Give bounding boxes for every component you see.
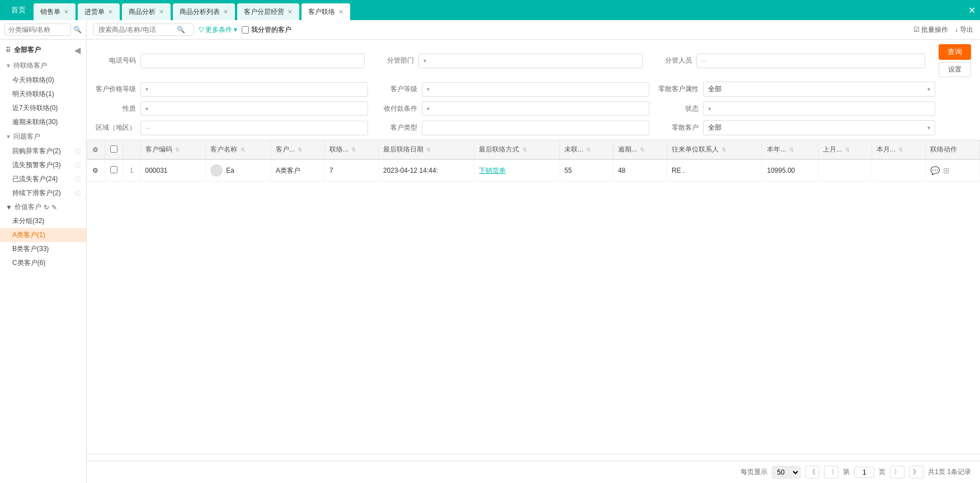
type-column-header[interactable]: 客户... ⇅ [271,140,325,159]
status-select[interactable]: ▾ [703,101,935,116]
sidebar-problem-item[interactable]: 已流失客户(24)ⓘ [0,172,86,186]
row-checkbox-cell[interactable] [105,159,123,182]
toolbar: 🔍 ▽ 更多条件 ▾ 我分管的客户 ☑ 批量操作 ↓ 导出 [87,20,980,40]
tab-客户联络[interactable]: 客户联络✕ [301,3,350,20]
chat-icon[interactable]: 💬 [930,166,940,175]
problem-item-label: 持续下滑客户(2) [12,188,61,198]
sidebar-content: ⠿ 全部客户 ◀ ▼ 待联络客户 今天待联络(0)明天待联络(1)近7天待联络(… [0,40,86,483]
tab-商品分析[interactable]: 商品分析✕ [122,3,171,20]
last-month-column-header[interactable]: 上月... ⇅ [818,140,872,159]
batch-op-button[interactable]: ☑ 批量操作 [913,25,948,35]
horizontal-scrollbar[interactable] [87,454,980,461]
sidebar-problem-item[interactable]: 流失预警客户(3)ⓘ [0,158,86,172]
tab-close-icon[interactable]: ✕ [288,8,293,16]
tab-close-icon[interactable]: ✕ [223,8,228,16]
sidebar-problem-item[interactable]: 持续下滑客户(2)ⓘ [0,186,86,200]
customer-level-select[interactable]: ▾ [422,82,649,97]
manager-input[interactable]: ··· [696,54,925,68]
collapse-icon[interactable]: ◀ [74,46,81,55]
last-page-button[interactable]: 》 [909,466,924,479]
unit-contact-column-header[interactable]: 往来单位联系人 ⇅ [667,140,762,159]
row-this-month [872,159,926,182]
toolbar-search-icon[interactable]: 🔍 [177,26,185,34]
phone-input[interactable] [140,54,365,68]
sidebar-search-icon[interactable]: 🔍 [73,26,82,34]
row-checkbox[interactable] [110,166,117,173]
tab-客户分层经营[interactable]: 客户分层经营✕ [237,3,299,20]
sidebar-value-item[interactable]: 未分组(32) [0,214,86,228]
home-tab[interactable]: 首页 [4,0,32,20]
tab-进货单[interactable]: 进货单✕ [78,3,120,20]
sidebar-pending-item[interactable]: 逾期未联络(30) [0,115,86,129]
name-column-header[interactable]: 客户名称 ⇅ [206,140,271,159]
phone-label: 电话号码 [96,56,140,65]
sidebar-search-area: 🔍 [0,20,86,40]
info-icon: ⓘ [75,190,81,197]
my-customers-checkbox-area[interactable]: 我分管的客户 [242,25,291,35]
first-page-button[interactable]: 《 [805,466,819,479]
my-customers-checkbox[interactable] [242,26,249,34]
customer-type-label: 客户类型 [377,123,422,132]
tab-close-icon[interactable]: ✕ [108,8,113,16]
nature-select[interactable]: ▾ [140,101,368,116]
sidebar-pending-item[interactable]: 明天待联络(1) [0,87,86,101]
select-all-checkbox[interactable] [110,145,117,153]
customers-table: ⚙ 客户编码 ⇅ 客户名称 ⇅ 客户... ⇅ 联络... ⇅ 最后联络日期 ⇅… [87,140,980,182]
last-method-link[interactable]: 下销货单 [479,167,506,174]
gear-column-header[interactable]: ⚙ [87,140,105,159]
all-customers-header[interactable]: ⠿ 全部客户 ◀ [0,42,86,58]
manager-label: 分管人员 [652,56,696,65]
price-level-select[interactable]: ▾ [140,82,368,97]
toolbar-search-input[interactable] [98,26,177,34]
table-row: ⚙ 1 000031 Ea A类客户 7 2023-04-12 14:44: 下… [87,159,980,182]
sidebar-pending-item[interactable]: 近7天待联络(0) [0,101,86,115]
pending-contact-section[interactable]: ▼ 待联络客户 [0,58,86,73]
last-date-sort-icon: ⇅ [426,146,431,153]
code-column-header[interactable]: 客户编码 ⇅ [140,140,206,159]
tab-销售单[interactable]: 销售单✕ [34,3,76,20]
next-page-button[interactable]: 〉 [890,466,904,479]
sidebar-value-item[interactable]: B类客户(33) [0,242,86,256]
problem-customer-section[interactable]: ▼ 问题客户 [0,129,86,144]
qr-icon[interactable]: ⊞ [943,166,950,175]
close-window-icon[interactable]: ✕ [968,5,976,16]
setting-button[interactable]: 设置 [939,62,971,77]
export-button[interactable]: ↓ 导出 [955,25,973,35]
last-date-column-header[interactable]: 最后联络日期 ⇅ [378,140,474,159]
pending-items-list: 今天待联络(0)明天待联络(1)近7天待联络(0)逾期未联络(30) [0,73,86,129]
scatter-customer-select[interactable]: 全部 ▾ [703,120,935,135]
refresh-icon[interactable]: ↻ [44,203,49,211]
this-month-column-header[interactable]: 本月... ⇅ [872,140,926,159]
tab-商品分析列表[interactable]: 商品分析列表✕ [173,3,235,20]
customer-type-input[interactable] [422,121,649,135]
row-gear[interactable]: ⚙ [87,159,105,182]
tab-close-icon[interactable]: ✕ [159,8,164,16]
contact-column-header[interactable]: 联络... ⇅ [324,140,378,159]
overdue-column-header[interactable]: 逾期... ⇅ [613,140,667,159]
tab-label: 进货单 [84,7,105,17]
region-input[interactable]: ··· [140,121,368,135]
sidebar-value-item[interactable]: A类客户(1) [0,228,86,242]
dept-select[interactable]: ▾ [418,54,643,68]
last-method-column-header[interactable]: 最后联络方式 ⇅ [474,140,560,159]
sidebar-value-item[interactable]: C类客户(6) [0,256,86,270]
check-column-header[interactable] [105,140,123,159]
scatter-attr-select[interactable]: 全部 ▾ [703,82,935,97]
lmonth-sort-icon: ⇅ [845,146,850,153]
sidebar-search-input[interactable] [4,23,71,36]
sidebar-pending-item[interactable]: 今天待联络(0) [0,73,86,87]
tab-close-icon[interactable]: ✕ [338,8,343,16]
row-last-method[interactable]: 下销货单 [474,159,560,182]
uncontacted-column-header[interactable]: 未联... ⇅ [559,140,613,159]
info-icon: ⓘ [75,162,81,169]
sidebar-problem-item[interactable]: 回购异常客户(2)ⓘ [0,144,86,158]
prev-page-button[interactable]: 〈 [824,466,838,479]
more-filter-button[interactable]: ▽ 更多条件 ▾ [199,25,237,35]
edit-icon[interactable]: ✎ [51,203,57,211]
tab-close-icon[interactable]: ✕ [64,8,69,16]
page-number-input[interactable] [854,467,874,478]
this-year-column-header[interactable]: 本年... ⇅ [762,140,818,159]
query-button[interactable]: 查询 [939,44,971,60]
payment-select[interactable]: ▾ [422,101,649,116]
page-size-select[interactable]: 50 20 100 [772,466,800,479]
